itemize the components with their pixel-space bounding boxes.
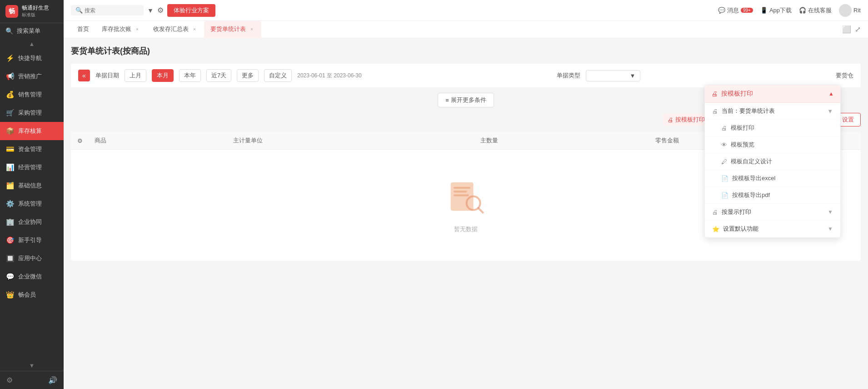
print-dropdown-close-arrow[interactable]: ▲ xyxy=(828,91,834,97)
sidebar-item-basic[interactable]: 🗂️ 基础信息 xyxy=(0,177,64,195)
quick-nav-icon: ⚡ xyxy=(5,54,15,63)
print-dropdown-printer-icon: 🖨 xyxy=(711,90,718,97)
messages-btn[interactable]: 💬 消息 99+ xyxy=(718,6,753,15)
sidebar-bottom: ⚙ 🔊 xyxy=(0,371,64,389)
tab-order-stats[interactable]: 要货单统计表 × xyxy=(204,21,261,38)
export-pdf-item[interactable]: 📄 按模板导出pdf xyxy=(705,187,840,204)
sound-icon[interactable]: 🔊 xyxy=(48,376,57,384)
member-icon: 👑 xyxy=(5,290,15,299)
sidebar-item-member[interactable]: 👑 畅会员 xyxy=(0,286,64,304)
print-dropdown-header[interactable]: 🖨 按模板打印 ▲ xyxy=(705,85,840,103)
sidebar-logo: 畅 畅通好生意 标准版 xyxy=(0,0,64,23)
sidebar-item-operations[interactable]: 📊 经营管理 xyxy=(0,158,64,177)
template-preview-item[interactable]: 👁 模板预览 xyxy=(705,136,840,153)
settings-bottom-icon[interactable]: ⚙ xyxy=(6,376,13,384)
username: Rit xyxy=(853,7,861,14)
logo-icon: 畅 xyxy=(5,5,18,18)
filter-expand-btn[interactable]: « xyxy=(78,70,90,81)
guide-icon: 🎯 xyxy=(5,236,15,245)
tab-batch-account[interactable]: 库存批次账 × xyxy=(95,21,147,38)
basic-icon: 🗂️ xyxy=(5,181,15,190)
export-excel-item[interactable]: 📄 按模板导出excel xyxy=(705,170,840,187)
topbar-search-box[interactable]: 🔍 xyxy=(71,5,144,15)
date-btn-7days[interactable]: 近7天 xyxy=(206,69,231,82)
sidebar-item-quick-nav[interactable]: ⚡ 快捷导航 xyxy=(0,49,64,67)
svg-rect-1 xyxy=(454,187,470,189)
message-icon: 💬 xyxy=(718,7,725,14)
topbar-search-input[interactable] xyxy=(85,7,139,14)
date-btn-last-month[interactable]: 上月 xyxy=(125,69,146,82)
sidebar-item-enterprise[interactable]: 🏢 企业协同 xyxy=(0,213,64,231)
main-content: 🔍 ▼ ⚙ 体验行业方案 💬 消息 99+ 📱 App下载 🎧 在线客服 Rit xyxy=(64,0,868,389)
date-btn-more[interactable]: 更多 xyxy=(237,69,259,82)
date-btn-custom[interactable]: 自定义 xyxy=(264,69,292,82)
date-btn-this-month[interactable]: 本月 xyxy=(152,69,174,82)
template-design-item[interactable]: 🖊 模板自定义设计 xyxy=(705,153,840,170)
sidebar-item-marketing[interactable]: 📢 营销推广 xyxy=(0,67,64,86)
sidebar-item-finance[interactable]: 💳 资金管理 xyxy=(0,140,64,158)
template-print-item[interactable]: 🖨 模板打印 xyxy=(705,120,840,136)
tab-receipt-summary[interactable]: 收发存汇总表 × xyxy=(147,21,204,38)
expand-icon: ≡ xyxy=(445,97,449,104)
sidebar-item-purchase[interactable]: 🛒 采购管理 xyxy=(0,104,64,122)
service-icon: 🎧 xyxy=(799,7,806,14)
appstore-icon: 🔲 xyxy=(5,254,15,263)
svg-line-5 xyxy=(479,208,483,212)
filter-bar: « 单据日期 上月 本月 本年 近7天 更多 自定义 2023-06-01 至 … xyxy=(71,64,861,87)
tab-close-order-stats[interactable]: × xyxy=(249,26,255,32)
current-template-arrow[interactable]: ▼ xyxy=(827,108,833,115)
select-arrow-icon: ▼ xyxy=(629,72,635,79)
topbar-dropdown-btn[interactable]: ▼ xyxy=(147,7,154,14)
sidebar-search[interactable]: 🔍 搜索菜单 xyxy=(0,23,64,39)
sidebar-item-inventory[interactable]: 📦 库存核算 xyxy=(0,122,64,140)
topbar-settings-btn[interactable]: ⚙ xyxy=(157,6,164,15)
inventory-icon: 📦 xyxy=(5,126,15,136)
tab-close-receipt-summary[interactable]: × xyxy=(191,26,198,32)
display-print-icon: 🖨 xyxy=(712,209,718,216)
default-func-arrow: ▼ xyxy=(828,226,833,232)
page-title: 要货单统计表(按商品) xyxy=(71,45,861,56)
empty-text: 暂无数据 xyxy=(454,225,478,233)
expand-more-btn[interactable]: ≡ 展开更多条件 xyxy=(438,93,494,107)
export-pdf-icon: 📄 xyxy=(721,192,728,199)
tab-home[interactable]: 首页 xyxy=(71,21,95,38)
scroll-down-btn[interactable]: ▼ xyxy=(0,360,64,371)
col-qty: 主数量 xyxy=(475,132,650,150)
search-icon: 🔍 xyxy=(5,27,13,35)
tab-maximize-btn[interactable]: ⬜ xyxy=(842,25,851,34)
template-design-icon: 🖊 xyxy=(721,158,727,165)
user-avatar-area[interactable]: Rit xyxy=(839,4,861,17)
sidebar-item-guide[interactable]: 🎯 新手引导 xyxy=(0,231,64,249)
col-goods: 商品 xyxy=(89,132,228,150)
display-print-group[interactable]: 🖨 按显示打印 ▼ xyxy=(705,204,840,221)
template-preview-icon: 👁 xyxy=(721,141,727,148)
sidebar: 畅 畅通好生意 标准版 🔍 搜索菜单 ▲ ⚡ 快捷导航 📢 营销推广 💰 销售管… xyxy=(0,0,64,389)
tab-fullscreen-btn[interactable]: ⤢ xyxy=(855,25,861,34)
col-settings[interactable]: ⚙ xyxy=(71,132,89,150)
doc-type-select[interactable]: ▼ xyxy=(586,70,640,81)
topbar-right: 💬 消息 99+ 📱 App下载 🎧 在线客服 Rit xyxy=(718,4,861,17)
message-badge: 99+ xyxy=(741,8,753,13)
operations-icon: 📊 xyxy=(5,163,15,172)
tab-close-batch-account[interactable]: × xyxy=(134,26,140,32)
scroll-up-btn[interactable]: ▲ xyxy=(0,39,64,49)
online-service-btn[interactable]: 🎧 在线客服 xyxy=(799,6,832,15)
default-func-group[interactable]: ⭐ 设置默认功能 ▼ xyxy=(705,221,840,237)
date-btn-this-year[interactable]: 本年 xyxy=(179,69,201,82)
sales-icon: 💰 xyxy=(5,90,15,99)
logo-text: 畅通好生意 标准版 xyxy=(22,5,49,18)
trial-btn[interactable]: 体验行业方案 xyxy=(167,4,215,17)
phone-icon: 📱 xyxy=(760,7,768,14)
sidebar-item-system[interactable]: ⚙️ 系统管理 xyxy=(0,195,64,213)
printer-icon: 🖨 xyxy=(668,116,673,123)
sidebar-item-weixin[interactable]: 💬 企业微信 xyxy=(0,268,64,286)
template-print-icon: 🖨 xyxy=(721,125,727,131)
tabbar: 首页 库存批次账 × 收发存汇总表 × 要货单统计表 × ⬜ ⤢ xyxy=(64,21,868,38)
sidebar-item-appstore[interactable]: 🔲 应用中心 xyxy=(0,249,64,268)
sidebar-item-sales[interactable]: 💰 销售管理 xyxy=(0,86,64,104)
empty-illustration xyxy=(443,177,489,218)
app-download-btn[interactable]: 📱 App下载 xyxy=(760,6,792,15)
system-icon: ⚙️ xyxy=(5,199,15,208)
sidebar-nav: ⚡ 快捷导航 📢 营销推广 💰 销售管理 🛒 采购管理 📦 库存核算 💳 资金管… xyxy=(0,49,64,360)
current-template-item[interactable]: 🖨 当前：要货单统计表 ▼ xyxy=(705,103,840,120)
